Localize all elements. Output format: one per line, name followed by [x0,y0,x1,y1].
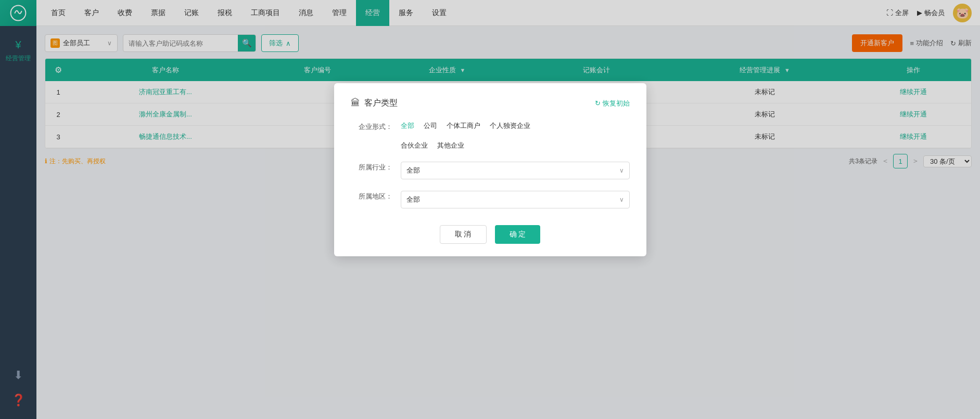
modal-footer: 取 消 确 定 [351,225,630,244]
industry-row: 所属行业： 全部 ∨ [351,162,630,179]
modal-header: 🏛 客户类型 ↻ 恢复初始 [351,98,630,109]
modal-title: 🏛 客户类型 [351,98,398,109]
industry-label: 所属行业： [351,162,392,172]
enterprise-form-row: 企业形式： 全部公司个体工商户个人独资企业合伙企业其他企业 [351,121,630,150]
customer-type-icon: 🏛 [351,98,360,109]
region-label: 所属地区： [351,191,392,201]
industry-select-value: 全部 [406,166,420,175]
enterprise-form-label: 企业形式： [351,121,392,132]
enterprise-option-其他企业[interactable]: 其他企业 [437,141,464,150]
reset-icon: ↻ [595,99,601,107]
filter-modal: 🏛 客户类型 ↻ 恢复初始 企业形式： 全部公司个体工商户个人独资企业合伙企业其… [334,83,646,256]
enterprise-option-全部[interactable]: 全部 [401,121,414,130]
reset-button[interactable]: ↻ 恢复初始 [595,99,630,108]
region-select[interactable]: 全部 ∨ [401,191,630,208]
enterprise-option-公司[interactable]: 公司 [424,121,437,130]
industry-select[interactable]: 全部 ∨ [401,162,630,179]
cancel-button[interactable]: 取 消 [440,225,487,244]
region-row: 所属地区： 全部 ∨ [351,191,630,208]
enterprise-option-个人独资企业[interactable]: 个人独资企业 [490,121,530,130]
industry-chevron-icon: ∨ [619,167,624,174]
enterprise-option-合伙企业[interactable]: 合伙企业 [401,141,428,150]
enterprise-option-个体工商户[interactable]: 个体工商户 [447,121,480,130]
enterprise-form-options: 全部公司个体工商户个人独资企业合伙企业其他企业 [401,121,630,150]
region-chevron-icon: ∨ [619,196,624,203]
region-select-value: 全部 [406,195,420,204]
confirm-button[interactable]: 确 定 [495,225,541,244]
modal-overlay[interactable]: 🏛 客户类型 ↻ 恢复初始 企业形式： 全部公司个体工商户个人独资企业合伙企业其… [0,0,980,419]
